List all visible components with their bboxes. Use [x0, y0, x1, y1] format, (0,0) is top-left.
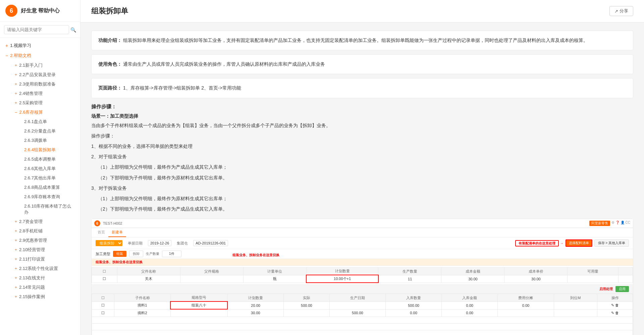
screenshot-container: 6 TEST-H002 阿里新零售 ⚙ ❓ 👤 CC 首页 新建单 库存调拨 [91, 219, 633, 335]
cell-cost-amt: 30.00 [441, 275, 504, 283]
sidebar-item-ops[interactable]: + 2.10经营管理 [9, 245, 80, 255]
mock-type-label: 加工类型 [96, 252, 110, 257]
sidebar-item-purchase[interactable]: + 2.5采购管理 [9, 98, 80, 108]
mock-top-table-wrapper: ☐ 父件名称 父件规格 计量单位 计划数量 生产数量 成本金额 成本单价 可用量 [92, 266, 633, 284]
sidebar-item-label: 2.1新手入门 [19, 62, 43, 68]
logo-icon: 6 [5, 5, 17, 17]
sidebar: 6 好生意 帮助中心 🔍 + 1.视频学习 − 2.帮助文档 + 2.1新手入门… [0, 0, 80, 335]
sidebar-item-cost-adjust[interactable]: 2.6.5成本调整单 [19, 155, 80, 164]
step3: 3、对于拆装业务 [91, 184, 633, 192]
sidebar-item-inventory[interactable]: − 2.6库存核算 [9, 108, 80, 117]
share-button[interactable]: ↗ 分享 [609, 6, 633, 16]
sidebar-item-faq[interactable]: + 2.14常见问题 [9, 283, 80, 292]
sidebar-item-label: 2.15操作案例 [19, 294, 45, 300]
col-cost-amt: 成本金额 [441, 268, 504, 275]
role-text: 通常由生产人员或库管人员完成拆装业务的操作，库管人员确认原材料的出库和产成品的入… [123, 61, 325, 67]
cell-date-b2: 500.00 [329, 309, 385, 317]
cell-arrive-b2 [554, 309, 597, 317]
cell-op-b: ✎ 🗑 [597, 301, 633, 309]
plus-icon: + [15, 266, 17, 271]
mock-bottom-table-wrapper: ☐ 子件名称 规格型号 计划数量 实际 生产日期 入库数量 入库金额 费用分摊 … [92, 294, 633, 335]
cell-name-b: 填料1 [114, 301, 170, 309]
sidebar-item-data-prep[interactable]: + 2.3使用前数据准备 [9, 79, 80, 89]
plus-icon: + [15, 91, 17, 96]
mock-title: TEST-H002 [103, 221, 122, 225]
sidebar-item-help[interactable]: − 2.帮助文档 [0, 51, 80, 61]
sidebar-item-cases[interactable]: + 2.15操作案例 [9, 292, 80, 301]
sidebar-item-split-stocktake[interactable]: 2.6.2分量盘点单 [19, 126, 80, 136]
cell-check-b2[interactable]: ☐ [92, 309, 114, 317]
sidebar-item-cost-recalc[interactable]: 2.6.8商品成本重算 [19, 183, 80, 192]
col-prod-date-b: 生产日期 [329, 294, 385, 302]
sidebar-item-videos[interactable]: + 1.视频学习 [0, 41, 80, 51]
func-intro-label: 功能介绍： [98, 38, 122, 43]
sidebar-item-ledger-query[interactable]: 2.6.9库存账本查询 [19, 192, 80, 202]
plus-icon: + [15, 247, 17, 252]
sidebar-item-label: 2.6.10库存账本错了怎么办 [24, 203, 75, 215]
sidebar-item-coupon[interactable]: + 2.9优惠券管理 [9, 236, 80, 245]
mock-submit-btn[interactable]: 保存 > 其他入库单 [594, 239, 629, 247]
sidebar-item-other-in[interactable]: 2.6.6其他入库单 [19, 164, 80, 173]
sidebar-item-assembly[interactable]: 2.6.4组装拆卸单 [19, 145, 80, 155]
cell-plan-b2: 30.00 [227, 309, 283, 317]
mock-assembly-label: 集团仓 [177, 241, 188, 246]
main-header: 组装拆卸单 ↗ 分享 [80, 0, 644, 22]
steps-label: 操作步骤： [91, 132, 633, 140]
path-text: 1、库存核算->库存管理->组装拆卸单 2、首页->常用功能 [123, 85, 241, 91]
mock-date-value[interactable]: 2019-12-26 [148, 240, 171, 246]
mock-bottom-table: ☐ 子件名称 规格型号 计划数量 实际 生产日期 入库数量 入库金额 费用分摊 … [92, 294, 633, 335]
sidebar-item-transfer[interactable]: 2.6.3调拨单 [19, 136, 80, 145]
sidebar-item-label: 2.6.2分量盘点单 [24, 128, 56, 134]
col-in-qty-b: 入库数量 [385, 294, 441, 302]
sidebar-item-mobile[interactable]: + 2.8手机旺铺 [9, 226, 80, 236]
search-button[interactable]: 🔍 [70, 27, 76, 33]
sidebar-item-payment[interactable]: + 2.13在线支付 [9, 273, 80, 283]
sidebar-item-label: 2.6.7其他出库单 [24, 175, 56, 181]
plus-icon: + [15, 285, 17, 290]
mock-assembly-value[interactable]: AD-20191226-001 [193, 240, 228, 246]
sidebar-item-stocktake[interactable]: 2.6.1盘点单 [19, 117, 80, 126]
mock-tab-new[interactable]: 新建单 [108, 228, 126, 237]
mock-tab-home[interactable]: 首页 [94, 228, 108, 237]
arrow-right: → [560, 241, 564, 245]
cell-spec-b2 [170, 309, 227, 317]
enable-annotation: 启用处理 [599, 287, 613, 291]
cell-op-b2: ✎ 🗑 [597, 309, 633, 317]
mock-type-select[interactable]: 库存调拨 组装拆卸 [96, 240, 122, 246]
search-box: 🔍 [0, 22, 80, 38]
mock-toolbar-icons: 阿里新零售 ⚙ ❓ 👤 CC [589, 221, 630, 226]
cell-parent-name: 关木 [117, 275, 180, 283]
col-op [619, 268, 633, 275]
mock-qty-value[interactable]: 1件 [162, 250, 181, 257]
mock-disassemble-btn[interactable]: 拆卸 [129, 250, 143, 257]
sidebar-item-label: 2.6.5成本调整单 [24, 156, 56, 162]
sidebar-item-personalize[interactable]: + 2.12系统个性化设置 [9, 264, 80, 273]
mock-annotation-row: 组装业务、拆卸业务在这里切换 [92, 259, 633, 266]
search-input[interactable] [4, 25, 69, 34]
plus-icon: + [15, 82, 17, 87]
sidebar-item-print[interactable]: + 2.11打印设置 [9, 255, 80, 264]
sidebar-item-label: 2.10经营管理 [19, 247, 45, 253]
sidebar-item-finance[interactable]: + 2.7资金管理 [9, 217, 80, 226]
sidebar-item-other-out[interactable]: 2.6.7其他出库单 [19, 173, 80, 183]
mock-assemble-btn[interactable]: 组装 [113, 251, 126, 257]
mock-ui: 6 TEST-H002 阿里新零售 ⚙ ❓ 👤 CC 首页 新建单 库存调拨 [92, 219, 633, 335]
sidebar-item-label: 2.4销售管理 [19, 91, 43, 97]
mock-new-btn[interactable]: 阿里新零售 [589, 221, 610, 226]
plus-icon: + [15, 238, 17, 243]
func-intro-text: 组装拆卸单用来处理企业组装或拆卸等加工业务，支持有固定装配清单的产品加工业务，也… [123, 38, 588, 43]
sidebar-item-install[interactable]: + 2.2产品安装及登录 [9, 70, 80, 79]
cell-in-qty-b2: 0.00 [385, 309, 441, 317]
cell-check[interactable]: ☐ [92, 275, 117, 283]
cell-check-b[interactable]: ☐ [92, 301, 114, 309]
sidebar-item-ledger-fix[interactable]: 2.6.10库存账本错了怎么办 [19, 202, 80, 217]
mock-qty-label: 生产数量 [146, 252, 159, 256]
select-bom-btn[interactable]: 选择配料清单 [566, 239, 592, 247]
col-plan-qty: 计划数量 [306, 268, 378, 275]
mock-enable-btn[interactable]: 启用 [615, 286, 629, 292]
table-row [92, 330, 633, 335]
sidebar-item-label: 2.9优惠券管理 [19, 237, 47, 243]
col-arrive-b: 到位M [554, 294, 597, 302]
sidebar-item-newbie[interactable]: + 2.1新手入门 [9, 61, 80, 70]
sidebar-item-sales[interactable]: + 2.4销售管理 [9, 89, 80, 98]
